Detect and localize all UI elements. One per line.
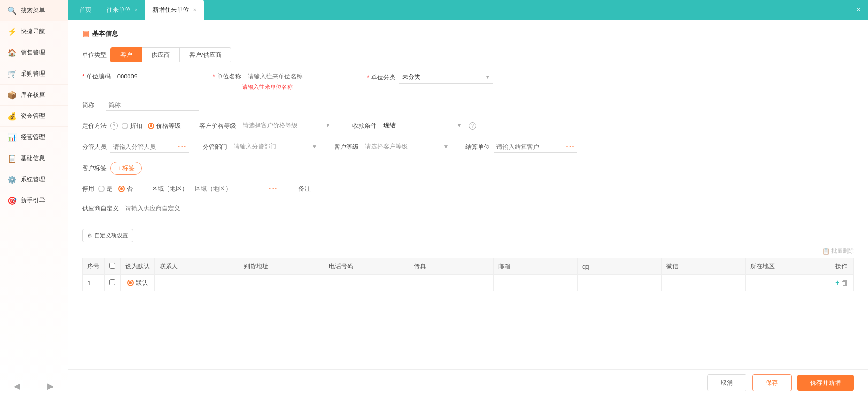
sidebar-item-system[interactable]: ⚙️ 系统管理 [0, 169, 68, 190]
sidebar-item-operations[interactable]: 📊 经营管理 [0, 127, 68, 148]
customer-tag-field: 客户标签 + 标签 [82, 162, 142, 175]
region-input[interactable] [192, 183, 267, 194]
select-all-checkbox[interactable] [109, 263, 115, 269]
unit-code-input[interactable] [114, 71, 194, 82]
tab-home[interactable]: 首页 [72, 0, 99, 20]
row-contact[interactable] [155, 275, 239, 291]
sales-icon: 🏠 [8, 48, 17, 57]
tab-bar: 首页 往来单位 × 新增往来单位 × × [68, 0, 868, 20]
address-input[interactable] [244, 280, 319, 287]
row-region[interactable] [745, 275, 830, 291]
table-header-row: 序号 设为默认 联系人 到货地址 电话号码 传真 邮箱 qq 微信 所在地区 操… [83, 258, 854, 275]
unit-category-value: 未分类 [402, 73, 483, 81]
department-select[interactable]: 请输入分管部门 ▼ [231, 140, 320, 153]
unit-name-input[interactable] [245, 71, 348, 82]
tab-new-counterparty-close[interactable]: × [193, 7, 196, 13]
unit-type-supplier-btn[interactable]: 供应商 [142, 47, 180, 62]
save-new-button[interactable]: 保存并新增 [797, 375, 854, 391]
sidebar-item-quick-nav[interactable]: ⚡ 快捷导航 [0, 21, 68, 42]
department-label: 分管部门 [203, 143, 227, 151]
sidebar-item-basic-info[interactable]: 📋 基础信息 [0, 148, 68, 169]
unit-type-group: 客户 供应商 客户/供应商 [110, 47, 231, 62]
sidebar-expand-btn[interactable]: ▶ [34, 376, 68, 396]
th-fax: 传真 [409, 258, 493, 275]
unit-type-customer-btn[interactable]: 客户 [110, 47, 142, 62]
fax-input[interactable] [414, 280, 488, 287]
settlement-more-btn[interactable]: ··· [564, 142, 577, 151]
batch-delete-icon: 📋 [822, 248, 830, 255]
manager-more-btn[interactable]: ··· [176, 142, 189, 151]
customer-level-arrow: ▼ [443, 143, 449, 150]
th-actions: 操作 [830, 258, 853, 275]
row-delete-btn[interactable]: 🗑 [841, 279, 849, 287]
region-field: 区域（地区） ··· [152, 183, 280, 194]
unit-category-select[interactable]: 未分类 ▼ [399, 71, 493, 84]
row-qq[interactable] [578, 275, 662, 291]
short-name-label: 简称 [82, 101, 102, 109]
sidebar-item-label: 采购管理 [21, 70, 45, 78]
cancel-button[interactable]: 取消 [707, 374, 746, 391]
phone-input[interactable] [329, 280, 404, 287]
pricing-hint-icon[interactable]: ? [110, 122, 118, 130]
row-add-btn[interactable]: + [835, 279, 839, 287]
sidebar-item-finance[interactable]: 💰 资金管理 [0, 106, 68, 127]
batch-delete-label[interactable]: 批量删除 [831, 247, 854, 255]
guide-icon: 🎯 [8, 196, 17, 205]
manager-field: 分管人员 ··· [82, 141, 189, 153]
qq-input[interactable] [582, 280, 656, 287]
manager-label: 分管人员 [82, 143, 107, 151]
sidebar-item-inventory[interactable]: 📦 库存核算 [0, 85, 68, 106]
customer-tag-row: 客户标签 + 标签 [82, 162, 854, 175]
sidebar-item-label: 基础信息 [21, 154, 45, 163]
window-close-btn[interactable]: × [853, 6, 864, 14]
disable-no-radio[interactable]: 否 [118, 185, 133, 193]
row-email[interactable] [493, 275, 577, 291]
sidebar-item-label: 系统管理 [21, 175, 45, 184]
custom-settings-btn[interactable]: ⚙ 自定义项设置 [82, 229, 133, 242]
sidebar-item-search[interactable]: 🔍 搜索菜单 [0, 0, 68, 21]
sidebar-item-sales[interactable]: 🏠 销售管理 [0, 42, 68, 63]
sidebar-collapse-btn[interactable]: ◀ [0, 376, 34, 396]
sidebar-item-guide[interactable]: 🎯 新手引导 [0, 190, 68, 211]
tab-counterparty[interactable]: 往来单位 × [99, 0, 145, 20]
row-wechat[interactable] [661, 275, 745, 291]
wechat-input[interactable] [666, 280, 740, 287]
sidebar-item-purchase[interactable]: 🛒 采购管理 [0, 63, 68, 85]
gear-icon: ⚙ [87, 233, 92, 239]
row-fax[interactable] [409, 275, 493, 291]
row-checkbox[interactable] [109, 279, 115, 285]
tab-new-counterparty[interactable]: 新增往来单位 × [145, 0, 203, 20]
row-phone[interactable] [324, 275, 409, 291]
settlement-unit-input[interactable] [494, 141, 564, 152]
payment-terms-select[interactable]: 现结 ▼ [381, 119, 465, 132]
short-name-input[interactable] [106, 100, 199, 111]
tab-counterparty-close[interactable]: × [135, 7, 137, 13]
tab-home-label: 首页 [79, 6, 91, 14]
row-checkbox-cell [105, 275, 121, 291]
email-input[interactable] [498, 280, 572, 287]
row-address[interactable] [239, 275, 324, 291]
row-region-input[interactable] [750, 280, 825, 287]
sidebar-bottom: ◀ ▶ [0, 376, 68, 396]
pricing-level-radio[interactable]: 价格等级 [148, 122, 181, 130]
sidebar-item-label: 快捷导航 [21, 27, 45, 36]
unit-type-both-btn[interactable]: 客户/供应商 [180, 47, 231, 62]
save-button[interactable]: 保存 [752, 374, 792, 391]
unit-name-field-wrapper: 单位名称 请输入往来单位名称 [213, 71, 349, 91]
row-default-radio[interactable]: 默认 [125, 279, 150, 287]
region-more-btn[interactable]: ··· [267, 185, 280, 193]
footer-bar: 取消 保存 保存并新增 [68, 369, 868, 396]
disable-yes-radio[interactable]: 是 [98, 185, 113, 193]
contact-input[interactable] [160, 280, 234, 287]
customer-price-arrow: ▼ [325, 122, 331, 129]
unit-category-arrow: ▼ [485, 74, 490, 80]
remarks-input[interactable] [314, 183, 455, 194]
search-icon: 🔍 [8, 6, 17, 15]
manager-input[interactable] [110, 141, 176, 152]
customer-price-select[interactable]: 请选择客户价格等级 ▼ [240, 119, 334, 132]
customer-level-select[interactable]: 请选择客户等级 ▼ [362, 140, 451, 153]
payment-hint-icon[interactable]: ? [469, 122, 476, 130]
supplier-custom-input[interactable] [122, 203, 226, 214]
add-tag-btn[interactable]: + 标签 [110, 162, 142, 175]
pricing-discount-radio[interactable]: 折扣 [122, 122, 142, 130]
